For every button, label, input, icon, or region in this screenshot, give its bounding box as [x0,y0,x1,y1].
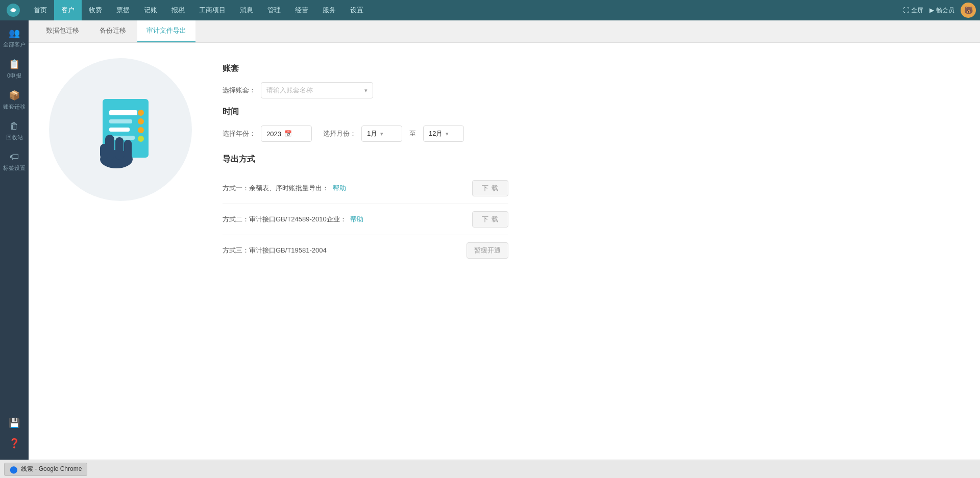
chevron-down-icon: ▾ [446,131,449,137]
trash-icon: 🗑 [10,121,19,132]
month-start-select[interactable]: 1月 ▾ [361,125,402,142]
export-method-1-label: 方式一：余额表、序时账批量导出： 帮助 [223,184,464,193]
year-label: 选择年份： [223,129,256,138]
export-method-3-open-button[interactable]: 暂缓开通 [467,242,508,259]
export-method-2-download-button[interactable]: 下 载 [472,211,508,228]
taskbar-item-label: 线索 - Google Chrome [21,465,82,473]
zero-declare-icon: 📋 [9,59,20,70]
account-section-title: 账套 [223,63,508,74]
fullscreen-button[interactable]: ⛶ 全屏 [903,6,923,15]
export-method-1-download-button[interactable]: 下 载 [472,180,508,196]
app-logo[interactable] [4,1,22,19]
nav-manage[interactable]: 管理 [260,0,288,20]
time-row: 选择年份： 2023 📅 选择月份： 1月 ▾ 至 12月 [223,125,508,142]
sidebar-bottom: 💾 ❓ [0,413,29,460]
export-method-3-row: 方式三：审计接口GB/T19581-2004 暂缓开通 [223,235,508,266]
account-row: 选择账套： 请输入账套名称 ▾ [223,82,508,98]
sidebar-item-label: 回收站 [6,134,23,141]
sidebar-item-tag-settings[interactable]: 🏷 标签设置 [0,146,29,177]
year-value: 2023 [266,130,281,138]
sidebar-download-icon[interactable]: 💾 [0,413,29,433]
tab-bar: 数据包迁移 备份迁移 审计文件导出 [29,20,980,43]
export-method-2-label: 方式二：审计接口GB/T24589-2010企业： 帮助 [223,215,464,224]
svg-rect-13 [100,144,108,159]
nav-home[interactable]: 首页 [27,0,54,20]
content-area: 数据包迁移 备份迁移 审计文件导出 [29,20,980,460]
export-method-3-label: 方式三：审计接口GB/T19581-2004 [223,246,458,255]
fullscreen-icon: ⛶ [903,7,909,14]
sidebar-item-label: 全部客户 [3,41,26,48]
sidebar-item-label: 账套迁移 [3,103,26,111]
fullscreen-label: 全屏 [911,6,923,15]
svg-rect-4 [109,119,132,123]
tag-icon: 🏷 [10,152,19,162]
nav-client[interactable]: 客户 [54,0,82,20]
form-panel: 账套 选择账套： 请输入账套名称 ▾ 时间 选择年份： 2023 [223,58,508,266]
year-input[interactable]: 2023 📅 [261,125,312,142]
chrome-icon: ⬤ [10,465,18,473]
chevron-down-icon: ▾ [364,87,368,94]
nav-settings[interactable]: 设置 [343,0,371,20]
sidebar-item-trash[interactable]: 🗑 回收站 [0,116,29,146]
svg-point-7 [138,110,144,116]
all-clients-icon: 👥 [9,28,20,39]
month-end-value: 12月 [429,129,443,138]
svg-rect-14 [115,137,124,160]
nav-billing[interactable]: 收费 [82,0,109,20]
tab-data-migrate[interactable]: 数据包迁移 [37,20,88,42]
sidebar-item-zero-declare[interactable]: 📋 0申报 [0,54,29,85]
nav-message[interactable]: 消息 [233,0,260,20]
sidebar: 👥 全部客户 📋 0申报 📦 账套迁移 🗑 回收站 🏷 标签设置 💾 ❓ [0,20,29,460]
svg-point-9 [138,127,144,133]
svg-point-1 [12,9,15,12]
avatar[interactable]: 🐻 [961,3,976,18]
account-placeholder: 请输入账套名称 [266,86,360,95]
member-label: 畅会员 [936,6,954,15]
calendar-icon: 📅 [284,130,292,137]
tab-audit-export[interactable]: 审计文件导出 [137,20,195,42]
nav-operation[interactable]: 经营 [288,0,315,20]
member-button[interactable]: ▶ 畅会员 [929,6,954,15]
export-section-title: 导出方式 [223,154,508,165]
export-section: 导出方式 方式一：余额表、序时账批量导出： 帮助 下 载 方式二：审计接口GB/… [223,154,508,266]
svg-point-10 [138,136,144,142]
sidebar-item-label: 0申报 [7,72,21,80]
nav-service[interactable]: 服务 [315,0,343,20]
nav-items: 首页 客户 收费 票据 记账 报税 工商项目 消息 管理 经营 服务 设置 [27,0,903,20]
nav-invoice[interactable]: 票据 [109,0,137,20]
sidebar-item-label: 标签设置 [3,164,26,172]
svg-rect-15 [124,140,132,159]
export-method-2-row: 方式二：审计接口GB/T24589-2010企业： 帮助 下 载 [223,204,508,235]
svg-point-8 [138,118,144,124]
account-migrate-icon: 📦 [9,90,20,101]
account-select[interactable]: 请输入账套名称 ▾ [261,82,373,98]
month-start-value: 1月 [367,129,377,138]
export-method-1-help[interactable]: 帮助 [333,184,346,192]
play-icon: ▶ [929,7,934,14]
main-layout: 👥 全部客户 📋 0申报 📦 账套迁移 🗑 回收站 🏷 标签设置 💾 ❓ 数据包… [0,20,980,460]
month-label: 选择月份： [323,129,356,138]
top-nav-right: ⛶ 全屏 ▶ 畅会员 🐻 [903,3,976,18]
illustration [49,58,192,201]
export-method-2-help[interactable]: 帮助 [350,215,363,223]
page-content: 账套 选择账套： 请输入账套名称 ▾ 时间 选择年份： 2023 [29,43,980,460]
sidebar-help-icon[interactable]: ❓ [0,433,29,454]
nav-tax[interactable]: 报税 [164,0,192,20]
taskbar: ⬤ 线索 - Google Chrome [0,460,980,478]
nav-bookkeeping[interactable]: 记账 [137,0,164,20]
month-end-select[interactable]: 12月 ▾ [423,125,464,142]
two-col-layout: 账套 选择账套： 请输入账套名称 ▾ 时间 选择年份： 2023 [49,58,960,266]
chevron-down-icon: ▾ [380,131,383,137]
to-label: 至 [407,129,418,138]
sidebar-item-all-clients[interactable]: 👥 全部客户 [0,22,29,54]
time-section-title: 时间 [223,107,508,117]
sidebar-item-account-migrate[interactable]: 📦 账套迁移 [0,85,29,116]
nav-business[interactable]: 工商项目 [192,0,233,20]
export-method-1-row: 方式一：余额表、序时账批量导出： 帮助 下 载 [223,173,508,204]
svg-rect-5 [109,128,130,132]
account-label: 选择账套： [223,86,256,95]
top-nav: 首页 客户 收费 票据 记账 报税 工商项目 消息 管理 经营 服务 设置 ⛶ … [0,0,980,20]
tab-backup-migrate[interactable]: 备份迁移 [90,20,135,42]
taskbar-chrome-item[interactable]: ⬤ 线索 - Google Chrome [4,463,87,476]
svg-rect-3 [109,110,137,115]
